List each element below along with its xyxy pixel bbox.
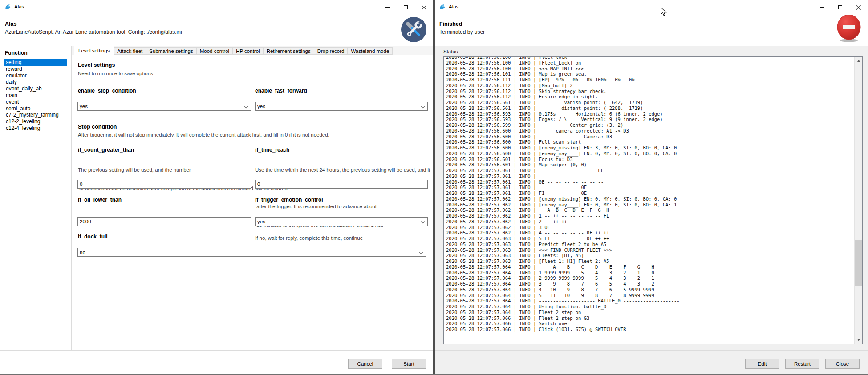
page-title: Alas — [5, 21, 16, 27]
titlebar[interactable]: Alas — [435, 0, 868, 14]
footer-divider — [0, 350, 433, 351]
log-line: 2020-05-28 12:07:57.064 | INFO | Fleet 2… — [446, 310, 680, 315]
window-controls — [813, 0, 868, 14]
close-button[interactable] — [849, 0, 868, 14]
arrow-down-icon — [857, 339, 860, 341]
divider — [78, 81, 430, 81]
log-line: 2020-05-28 12:07:57.066 | INFO | Fleet_2… — [446, 315, 680, 321]
select-value: yes — [257, 219, 265, 224]
alas-log-window: Alas Finished Terminated by user Status … — [434, 0, 868, 374]
log-line: 2020-05-28 12:07:57.061 | INFO | F1 -- -… — [446, 190, 680, 196]
log-text: 2020-05-28 12:07:56.100 | INFO | fleet_l… — [446, 56, 680, 332]
scrollbar-thumb[interactable] — [855, 240, 862, 286]
log-line: 2020-05-28 12:07:57.062 | INFO | [enemy_… — [446, 202, 680, 208]
label-if-count-greater-than: if_count_greater_than — [78, 147, 134, 153]
log-line: 2020-05-28 12:07:57.064 | INFO | -------… — [446, 298, 680, 304]
log-line: 2020-05-28 12:07:57.064 | INFO | 1 9999 … — [446, 270, 680, 276]
log-line: 2020-05-28 12:07:57.064 | INFO | 4 10 9 … — [446, 287, 680, 293]
log-line: 2020-05-28 12:07:56.593 | INFO | 0.175s … — [446, 111, 680, 117]
log-line: 2020-05-28 12:07:56.100 | INFO | fleet_l… — [446, 56, 680, 60]
maximize-icon — [838, 5, 842, 9]
minimize-button[interactable] — [813, 0, 831, 14]
tab-drop-record[interactable]: Drop record — [314, 47, 348, 55]
log-line: 2020-05-28 12:07:57.062 | INFO | A B C D… — [446, 207, 680, 213]
log-line: 2020-05-28 12:07:57.063 | INFO | [Fleet_… — [446, 258, 680, 264]
input-if-count-greater-than[interactable] — [77, 180, 251, 189]
desc-if-trigger-emotion-control: If yes, wait for reply, complete this ti… — [255, 205, 363, 254]
tab-wasteland-mode[interactable]: Wasteland mode — [348, 47, 393, 55]
sidebar-item-c7-2_mystery_farming[interactable]: c7-2_mystery_farming — [4, 112, 67, 118]
log-line: 2020-05-28 12:07:57.064 | INFO | A B C D… — [446, 264, 680, 270]
sidebar-item-event_daily_ab[interactable]: event_daily_ab — [4, 85, 67, 92]
restart-button[interactable]: Restart — [785, 359, 819, 369]
sidebar-item-semi_auto[interactable]: semi_auto — [4, 105, 67, 112]
panel-divider — [71, 46, 72, 350]
section-title-level-settings: Level settings — [78, 62, 115, 68]
close-log-button[interactable]: Close — [825, 359, 860, 369]
log-line: 2020-05-28 12:07:56.101 | INFO | Map is … — [446, 71, 680, 77]
log-line: 2020-05-28 12:07:56.112 | INFO | Skip st… — [446, 89, 680, 94]
log-line: 2020-05-28 12:07:57.061 | INFO | -- -- -… — [446, 168, 680, 173]
minimize-button[interactable] — [378, 0, 397, 14]
label-if-time-reach: if_time_reach — [255, 147, 289, 153]
page-subtitle: AzurLaneAutoScript, An Azur Lane automat… — [5, 29, 182, 35]
log-line: 2020-05-28 12:07:57.064 | INFO | 3 9 8 7… — [446, 281, 680, 287]
sidebar-item-setting[interactable]: setting — [4, 59, 67, 66]
divider — [78, 141, 430, 141]
input-if-time-reach[interactable] — [255, 180, 428, 189]
sidebar-item-event[interactable]: event — [4, 99, 67, 105]
log-line: 2020-05-28 12:07:56.593 | INFO | Edges: … — [446, 117, 680, 122]
log-line: 2020-05-28 12:07:56.600 | INFO | [enemy_… — [446, 145, 680, 151]
function-list[interactable]: settingrewardemulatordailyevent_daily_ab… — [4, 59, 67, 347]
tab-hp-control[interactable]: HP control — [233, 47, 263, 55]
tab-mood-control[interactable]: Mood control — [197, 47, 233, 55]
section-title-stop-condition: Stop condition — [78, 124, 117, 130]
tab-retirement-settings[interactable]: Retirement settings — [264, 47, 314, 55]
log-line: 2020-05-28 12:07:57.061 | INFO | -- -- -… — [446, 185, 680, 190]
sidebar-item-emulator[interactable]: emulator — [4, 73, 67, 79]
scroll-up-button[interactable] — [855, 57, 862, 65]
chevron-down-icon — [421, 220, 425, 223]
maximize-button[interactable] — [397, 0, 415, 14]
select-enable-fast-forward[interactable]: yes — [255, 102, 428, 111]
alas-logo-icon — [4, 4, 12, 11]
sidebar-item-main[interactable]: main — [4, 92, 67, 99]
start-button[interactable]: Start — [392, 359, 426, 369]
scrollbar[interactable] — [854, 57, 862, 344]
close-button[interactable] — [415, 0, 433, 14]
status-title: Finished — [439, 21, 462, 27]
section-desc-level-settings: Need to run once to save options — [78, 71, 153, 77]
log-line: 2020-05-28 12:07:56.600 | INFO | Full sc… — [446, 139, 680, 145]
log-line: 2020-05-28 12:07:57.062 | INFO | [enemy_… — [446, 196, 680, 202]
cancel-button[interactable]: Cancel — [348, 359, 382, 369]
close-icon — [422, 5, 426, 10]
sidebar-item-c12-4_leveling[interactable]: c12-4_leveling — [4, 125, 67, 132]
maximize-icon — [404, 5, 408, 9]
sidebar-item-reward[interactable]: reward — [4, 66, 67, 73]
select-if-trigger-emotion-control[interactable]: yes — [255, 217, 428, 226]
tab-submarine-settings[interactable]: Submarine settings — [146, 47, 196, 55]
titlebar[interactable]: Alas — [0, 0, 433, 14]
window-title: Alas — [449, 4, 458, 9]
tab-attack-fleet[interactable]: Attack fleet — [114, 47, 146, 55]
minimize-icon — [385, 7, 390, 8]
select-enable-stop-condition[interactable]: yes — [77, 102, 251, 111]
log-viewport[interactable]: 2020-05-28 12:07:56.100 | INFO | fleet_l… — [443, 56, 863, 344]
log-line: 2020-05-28 12:07:56.111 | INFO | [HP] 97… — [446, 77, 680, 83]
maximize-button[interactable] — [831, 0, 849, 14]
edit-button[interactable]: Edit — [745, 359, 779, 369]
log-line: 2020-05-28 12:07:57.066 | INFO | Switch … — [446, 321, 680, 327]
tab-level-settings[interactable]: Level settings — [74, 46, 114, 55]
label-enable-fast-forward: enable_fast_forward — [255, 88, 307, 94]
log-line: 2020-05-28 12:07:56.112 | INFO | [Map_bu… — [446, 83, 680, 89]
input-if-oil-lower-than[interactable] — [77, 217, 251, 226]
log-line: 2020-05-28 12:07:56.561 | INFO | distant… — [446, 105, 680, 111]
sidebar-item-daily[interactable]: daily — [4, 79, 67, 85]
select-value: yes — [257, 104, 265, 109]
mouse-cursor — [661, 7, 667, 18]
log-line: 2020-05-28 12:07:57.061 | INFO | -- -- -… — [446, 173, 680, 179]
select-if-dock-full[interactable]: no — [77, 248, 426, 257]
scroll-down-button[interactable] — [855, 336, 862, 344]
sidebar-item-c12-2_leveling[interactable]: c12-2_leveling — [4, 118, 67, 125]
label-if-dock-full: if_dock_full — [78, 234, 108, 240]
